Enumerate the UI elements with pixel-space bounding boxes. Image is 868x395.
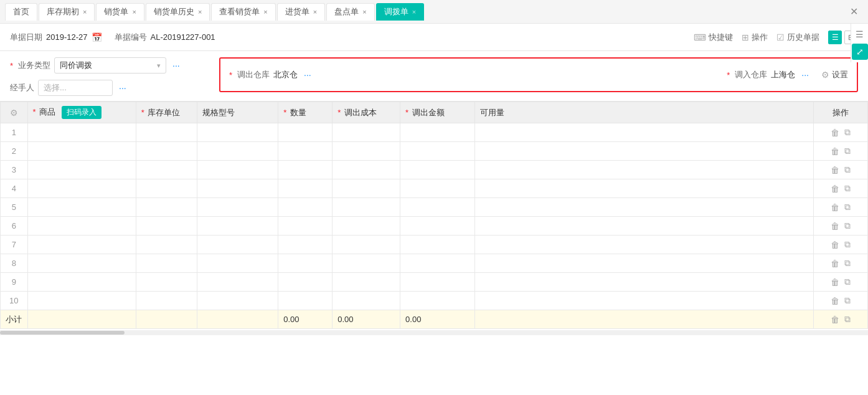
row-spec[interactable] (197, 179, 278, 198)
history-button[interactable]: ☑ 历史单据 (776, 32, 819, 43)
row-cost[interactable] (333, 161, 400, 179)
person-more-icon[interactable]: ··· (119, 83, 126, 93)
biz-type-more-icon[interactable]: ··· (172, 60, 180, 70)
row-product[interactable] (27, 273, 136, 292)
row-qty[interactable] (278, 236, 333, 254)
window-close-button[interactable]: ✕ (844, 2, 863, 21)
person-select[interactable]: 选择... (38, 80, 113, 96)
row-copy-icon[interactable]: ⧉ (844, 202, 851, 212)
row-delete-icon[interactable]: 🗑 (831, 128, 839, 138)
row-copy-icon[interactable]: ⧉ (844, 258, 851, 269)
row-qty[interactable] (278, 198, 333, 217)
tab-close-purchase-order[interactable]: × (313, 9, 317, 16)
row-qty[interactable] (278, 123, 333, 142)
settings-button[interactable]: ⚙ 设置 (821, 69, 848, 80)
row-cost[interactable] (333, 179, 400, 198)
row-delete-icon[interactable]: 🗑 (831, 277, 839, 287)
row-product[interactable] (27, 198, 136, 217)
row-spec[interactable] (197, 142, 278, 161)
row-copy-icon[interactable]: ⧉ (844, 295, 851, 306)
row-unit[interactable] (136, 217, 197, 236)
row-spec[interactable] (197, 123, 278, 142)
tab-purchase-order[interactable]: 进货单 × (277, 3, 325, 21)
right-panel-list-btn[interactable]: ☰ (852, 26, 868, 42)
row-delete-icon[interactable]: 🗑 (831, 259, 839, 269)
row-unit[interactable] (136, 161, 197, 179)
row-copy-icon[interactable]: ⧉ (844, 127, 851, 138)
row-amount[interactable] (400, 273, 475, 292)
scan-button[interactable]: 扫码录入 (62, 106, 101, 119)
row-product[interactable] (27, 123, 136, 142)
row-amount[interactable] (400, 236, 475, 254)
row-product[interactable] (27, 161, 136, 179)
calendar-icon[interactable]: 📅 (92, 32, 102, 42)
tab-transfer-order[interactable]: 调拨单 × (376, 3, 424, 21)
row-unit[interactable] (136, 292, 197, 310)
row-copy-icon[interactable]: ⧉ (844, 183, 851, 194)
row-product[interactable] (27, 217, 136, 236)
row-qty[interactable] (278, 161, 333, 179)
transfer-out-more-icon[interactable]: ··· (304, 70, 311, 80)
row-cost[interactable] (333, 292, 400, 310)
row-amount[interactable] (400, 142, 475, 161)
row-product[interactable] (27, 292, 136, 310)
row-amount[interactable] (400, 161, 475, 179)
right-panel-expand-btn[interactable]: ⤢ (852, 44, 868, 60)
row-amount[interactable] (400, 254, 475, 273)
row-copy-icon[interactable]: ⧉ (844, 277, 851, 287)
transfer-in-more-icon[interactable]: ··· (801, 70, 809, 80)
horizontal-scrollbar[interactable] (0, 330, 868, 335)
subtotal-delete-icon[interactable]: 🗑 (831, 315, 839, 325)
subtotal-copy-icon[interactable]: ⧉ (844, 314, 851, 325)
row-qty[interactable] (278, 254, 333, 273)
row-delete-icon[interactable]: 🗑 (831, 165, 839, 175)
row-spec[interactable] (197, 254, 278, 273)
row-delete-icon[interactable]: 🗑 (831, 146, 839, 156)
row-cost[interactable] (333, 142, 400, 161)
row-cost[interactable] (333, 198, 400, 217)
row-unit[interactable] (136, 254, 197, 273)
tab-close-view-sales[interactable]: × (263, 9, 267, 16)
row-qty[interactable] (278, 179, 333, 198)
row-product[interactable] (27, 179, 136, 198)
row-amount[interactable] (400, 198, 475, 217)
row-product[interactable] (27, 254, 136, 273)
row-amount[interactable] (400, 217, 475, 236)
row-copy-icon[interactable]: ⧉ (844, 221, 851, 231)
row-cost[interactable] (333, 254, 400, 273)
row-qty[interactable] (278, 142, 333, 161)
tab-close-sales-order[interactable]: × (132, 9, 136, 16)
row-copy-icon[interactable]: ⧉ (844, 239, 851, 250)
row-spec[interactable] (197, 273, 278, 292)
operation-button[interactable]: ⊞ 操作 (742, 32, 768, 43)
row-amount[interactable] (400, 123, 475, 142)
row-unit[interactable] (136, 142, 197, 161)
row-delete-icon[interactable]: 🗑 (831, 296, 839, 306)
row-product[interactable] (27, 142, 136, 161)
tab-close-stocktake[interactable]: × (362, 9, 366, 16)
row-amount[interactable] (400, 179, 475, 198)
row-product[interactable] (27, 236, 136, 254)
row-unit[interactable] (136, 236, 197, 254)
row-qty[interactable] (278, 292, 333, 310)
tab-close-sales-history[interactable]: × (198, 9, 202, 16)
tab-sales-history[interactable]: 销货单历史 × (146, 3, 210, 21)
table-settings-icon[interactable]: ⚙ (10, 108, 18, 118)
row-unit[interactable] (136, 179, 197, 198)
row-spec[interactable] (197, 217, 278, 236)
row-unit[interactable] (136, 123, 197, 142)
row-delete-icon[interactable]: 🗑 (831, 240, 839, 250)
tab-close-transfer-order[interactable]: × (412, 9, 416, 16)
tab-home[interactable]: 首页 (5, 3, 37, 21)
row-spec[interactable] (197, 292, 278, 310)
th-gear[interactable]: ⚙ (1, 102, 28, 123)
row-cost[interactable] (333, 236, 400, 254)
scroll-thumb[interactable] (0, 331, 125, 335)
row-delete-icon[interactable]: 🗑 (831, 184, 839, 194)
tab-view-sales[interactable]: 查看销货单 × (211, 3, 275, 21)
view-list-button[interactable]: ☰ (828, 31, 842, 44)
row-delete-icon[interactable]: 🗑 (831, 221, 839, 231)
biz-type-select[interactable]: 同价调拨 ▾ (54, 57, 166, 74)
row-copy-icon[interactable]: ⧉ (844, 146, 851, 156)
row-cost[interactable] (333, 217, 400, 236)
